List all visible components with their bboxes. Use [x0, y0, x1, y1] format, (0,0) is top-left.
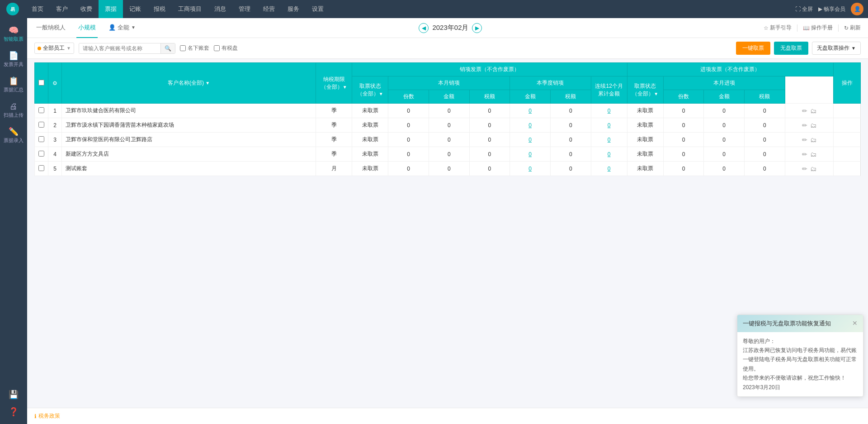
nav-fee[interactable]: 收费: [74, 0, 99, 18]
th-jin-fen: 份数: [663, 90, 704, 104]
row-ji-jin-0: 0: [510, 104, 551, 118]
view-icon-1[interactable]: 🗂: [810, 122, 816, 129]
row-xiao-shui-1: 0: [469, 118, 510, 133]
top-nav-right: ⛶ 全屏 ▶ 畅享会员 👤: [795, 3, 863, 15]
sidebar-item-download[interactable]: 💾: [1, 387, 26, 402]
row-jin-status-3: 未取票: [627, 147, 663, 162]
tab-all[interactable]: 👤 全能 ▼: [107, 18, 137, 38]
sidebar-item-scan[interactable]: 🖨 扫描上传: [1, 99, 26, 122]
entry-icon: ✏️: [9, 128, 19, 136]
row-checkbox-2[interactable]: [35, 133, 48, 147]
th-checkbox: [35, 63, 48, 104]
view-icon-0[interactable]: 🗂: [810, 107, 816, 114]
fullscreen-btn[interactable]: ⛶ 全屏: [795, 5, 813, 13]
notification-close-btn[interactable]: ✕: [852, 319, 858, 327]
view-icon-2[interactable]: 🗂: [810, 136, 816, 143]
mingxia-checkbox-label[interactable]: 名下账套: [180, 44, 209, 52]
new-guide-btn[interactable]: ☆ 新手引导: [764, 24, 792, 32]
row-period-1: 季: [316, 118, 352, 133]
row-check-4[interactable]: [38, 165, 44, 171]
top-nav: 易 首页 客户 收费 票据 记账 报税 工商项目 消息 管理 经营 服务 设置 …: [0, 0, 868, 18]
edit-icon-0[interactable]: ✏: [802, 107, 807, 114]
summary-icon: 📋: [9, 77, 19, 85]
row-ji-shui-4: 0: [550, 162, 591, 176]
sidebar-item-help[interactable]: ❓: [1, 404, 26, 419]
view-icon-4[interactable]: 🗂: [810, 165, 816, 172]
row-check-1[interactable]: [38, 122, 44, 128]
row-jin-shui-2: 0: [745, 133, 785, 147]
row-lian-xu-2: 0: [591, 133, 627, 147]
row-ops-1: ✏ 🗂: [785, 118, 833, 133]
row-jin-fen-0: 0: [663, 104, 704, 118]
row-name-3: 新建区方方文具店: [62, 147, 316, 162]
row-check-0[interactable]: [38, 107, 44, 113]
taxpan-checkbox[interactable]: [214, 45, 220, 51]
sidebar-item-summary[interactable]: 📋 票据汇总: [1, 73, 26, 97]
settings-icon[interactable]: ⚙: [52, 80, 57, 86]
no-disk-ticket-btn[interactable]: 无盘取票: [774, 42, 808, 55]
nav-account[interactable]: 记账: [123, 0, 147, 18]
row-checkbox-4[interactable]: [35, 162, 48, 176]
no-disk-ops-btn[interactable]: 无盘取票操作 ▼: [812, 42, 861, 55]
edit-icon-1[interactable]: ✏: [802, 122, 807, 129]
row-ji-shui-2: 0: [550, 133, 591, 147]
next-month-btn[interactable]: ▶: [472, 23, 482, 33]
tab-all-label: 全能: [118, 24, 129, 32]
member-btn[interactable]: ▶ 畅享会员: [818, 5, 845, 13]
nav-service[interactable]: 服务: [281, 0, 306, 18]
sidebar-item-smart-ticket[interactable]: 🧠 智能取票: [1, 23, 26, 46]
th-customer: 客户名称(全部) ▼: [62, 63, 316, 104]
sidebar-item-invoice-open[interactable]: 📄 发票开具: [1, 48, 26, 71]
nav-message[interactable]: 消息: [208, 0, 232, 18]
nav-ticket[interactable]: 票据: [99, 0, 123, 18]
row-check-2[interactable]: [38, 136, 44, 142]
row-xiao-status-4: 未取票: [352, 162, 388, 176]
row-checkbox-3[interactable]: [35, 147, 48, 162]
view-icon-3[interactable]: 🗂: [810, 151, 816, 158]
mingxia-checkbox[interactable]: [180, 45, 186, 51]
employee-select[interactable]: 全部员工 ▼: [34, 43, 74, 54]
row-ji-jin-2: 0: [510, 133, 551, 147]
one-click-ticket-btn[interactable]: 一键取票: [736, 42, 770, 55]
row-no-1: 2: [48, 118, 62, 133]
taxpan-checkbox-label[interactable]: 有税盘: [214, 44, 238, 52]
search-box: 🔍: [79, 43, 175, 54]
select-all-checkbox[interactable]: [38, 80, 44, 86]
row-check-3[interactable]: [38, 151, 44, 157]
edit-icon-4[interactable]: ✏: [802, 165, 807, 172]
tab-general-taxpayer[interactable]: 一般纳税人: [34, 18, 67, 38]
row-xiao-shui-3: 0: [469, 147, 510, 162]
nav-operation[interactable]: 经营: [257, 0, 281, 18]
row-jin-fen-3: 0: [663, 147, 704, 162]
row-ji-jin-4: 0: [510, 162, 551, 176]
nav-settings[interactable]: 设置: [306, 0, 330, 18]
smart-ticket-icon: 🧠: [9, 26, 19, 34]
manual-btn[interactable]: 📖 操作手册: [803, 24, 833, 32]
nav-manage[interactable]: 管理: [232, 0, 257, 18]
row-jin-shui-1: 0: [745, 118, 785, 133]
row-checkbox-1[interactable]: [35, 118, 48, 133]
row-xiao-fen-2: 0: [388, 133, 429, 147]
sidebar-item-label-2: 票据汇总: [4, 86, 24, 93]
tab-small-scale[interactable]: 小规模: [76, 18, 98, 38]
search-button[interactable]: 🔍: [160, 43, 175, 53]
tax-policy-link[interactable]: 税务政策: [38, 412, 60, 420]
sidebar-item-entry[interactable]: ✏️ 票据录入: [1, 124, 26, 148]
row-checkbox-0[interactable]: [35, 104, 48, 118]
sidebar-item-label-1: 发票开具: [4, 61, 24, 68]
download-icon: 💾: [9, 391, 19, 399]
prev-month-btn[interactable]: ◀: [419, 23, 429, 33]
row-ops-0: ✏ 🗂: [785, 104, 833, 118]
edit-icon-3[interactable]: ✏: [802, 151, 807, 158]
nav-business[interactable]: 工商项目: [172, 0, 208, 18]
row-ji-jin-1: 0: [510, 118, 551, 133]
nav-home[interactable]: 首页: [25, 0, 50, 18]
search-input[interactable]: [79, 43, 160, 53]
avatar[interactable]: 👤: [851, 3, 863, 15]
nav-tax[interactable]: 报税: [147, 0, 172, 18]
refresh-btn[interactable]: ↻ 刷新: [844, 24, 861, 32]
edit-icon-2[interactable]: ✏: [802, 136, 807, 143]
nav-client[interactable]: 客户: [50, 0, 74, 18]
row-xiao-status-1: 未取票: [352, 118, 388, 133]
row-jin-shui-3: 0: [745, 147, 785, 162]
